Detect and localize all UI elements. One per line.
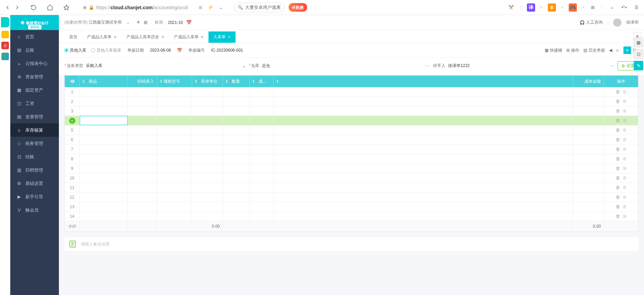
reload-icon[interactable] bbox=[30, 4, 37, 11]
star-icon[interactable] bbox=[63, 4, 70, 11]
forward-icon[interactable] bbox=[14, 4, 21, 11]
search-icon: 🔍 bbox=[238, 5, 243, 10]
game-icon[interactable]: 🎮 bbox=[569, 3, 577, 12]
wallet-icon[interactable]: ¥ bbox=[548, 3, 556, 12]
lock-icon: 🔒 bbox=[89, 5, 94, 10]
browser-search[interactable]: 🔍 大量安卓用户逃离 bbox=[234, 3, 285, 12]
brightness-icon[interactable]: ☼ bbox=[608, 4, 615, 11]
undo-icon[interactable]: ↶▾ bbox=[621, 4, 628, 11]
chevron-down-icon[interactable]: ⌄ bbox=[217, 4, 224, 11]
shield-icon: ◉ bbox=[83, 5, 87, 10]
back-icon[interactable] bbox=[4, 4, 11, 11]
hot-tag[interactable]: ฬ热搜 bbox=[289, 3, 307, 12]
address-bar[interactable]: ◉ 🔒 https://cloud.chanjet.com/accounting… bbox=[79, 3, 191, 12]
svg-marker-0 bbox=[64, 5, 69, 10]
browser-chrome: ◉ 🔒 https://cloud.chanjet.com/accounting… bbox=[0, 0, 644, 15]
flash-icon[interactable]: ⚡ bbox=[208, 5, 213, 10]
menu-icon[interactable]: ☰ bbox=[633, 4, 640, 11]
browser-toolbar-right: ✂️ | 译 ▾ ¥ ▾ 🎮 ▾ ⊞ | ☼ ↶▾ ☰ bbox=[508, 3, 640, 12]
home-icon[interactable] bbox=[47, 4, 53, 11]
apps-icon[interactable]: ⊞ bbox=[590, 4, 596, 11]
qr-icon[interactable]: ⊞ bbox=[197, 4, 204, 11]
url-text: https://cloud.chanjet.com/accounting/uru… bbox=[96, 5, 188, 10]
search-placeholder: 大量安卓用户逃离 bbox=[245, 4, 281, 11]
scissors-icon[interactable]: ✂️ bbox=[508, 4, 515, 11]
translate-icon[interactable]: 译 bbox=[527, 3, 535, 12]
